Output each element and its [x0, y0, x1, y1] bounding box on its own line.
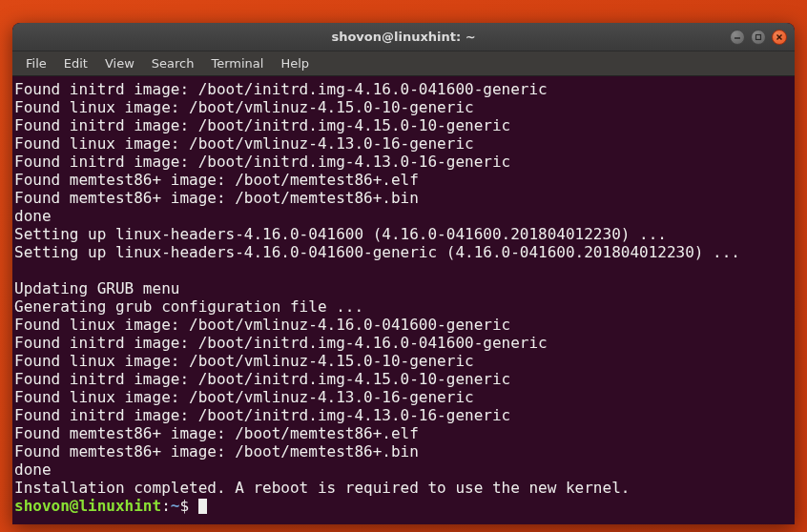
prompt-user-host: shovon@linuxhint	[14, 497, 161, 515]
output-line: Found linux image: /boot/vmlinuz-4.15.0-…	[14, 98, 474, 116]
output-line: Found memtest86+ image: /boot/memtest86+…	[14, 171, 419, 189]
menu-terminal[interactable]: Terminal	[203, 53, 271, 73]
minimize-button[interactable]	[730, 30, 745, 45]
close-button[interactable]	[772, 30, 787, 45]
output-line: Setting up linux-headers-4.16.0-041600 (…	[14, 225, 667, 243]
output-line: Found initrd image: /boot/initrd.img-4.1…	[14, 334, 548, 352]
prompt-path: ~	[171, 497, 180, 515]
titlebar[interactable]: shovon@linuxhint: ~	[12, 23, 795, 51]
output-line: Found initrd image: /boot/initrd.img-4.1…	[14, 153, 510, 171]
menubar: File Edit View Search Terminal Help	[12, 51, 795, 76]
output-line: Found memtest86+ image: /boot/memtest86+…	[14, 442, 419, 460]
output-line: Found initrd image: /boot/initrd.img-4.1…	[14, 116, 510, 134]
output-line: Found memtest86+ image: /boot/memtest86+…	[14, 189, 419, 207]
output-line: Found memtest86+ image: /boot/memtest86+…	[14, 424, 419, 442]
window-title: shovon@linuxhint: ~	[331, 30, 475, 44]
output-line: Installation completed. A reboot is requ…	[14, 479, 630, 497]
output-line: Updating GRUB menu	[14, 279, 179, 297]
window-controls	[730, 30, 787, 45]
menu-view[interactable]: View	[97, 53, 142, 73]
menu-help[interactable]: Help	[273, 53, 317, 73]
output-line: Found linux image: /boot/vmlinuz-4.13.0-…	[14, 134, 474, 153]
output-line: Setting up linux-headers-4.16.0-041600-g…	[14, 243, 740, 261]
menu-file[interactable]: File	[18, 53, 54, 73]
output-line: Generating grub configuration file ...	[14, 297, 363, 316]
menu-edit[interactable]: Edit	[56, 53, 95, 73]
maximize-button[interactable]	[751, 30, 766, 45]
prompt-colon: :	[161, 497, 171, 515]
svg-rect-1	[756, 34, 761, 39]
output-line: Found linux image: /boot/vmlinuz-4.16.0-…	[14, 316, 510, 334]
output-line: Found initrd image: /boot/initrd.img-4.1…	[14, 370, 510, 388]
prompt-symbol: $	[179, 497, 197, 515]
output-line: done	[14, 460, 52, 479]
cursor-icon	[198, 499, 207, 514]
output-line: done	[14, 207, 52, 225]
output-line: Found initrd image: /boot/initrd.img-4.1…	[14, 80, 548, 98]
terminal-window: shovon@linuxhint: ~ File Edit View Searc…	[12, 23, 795, 524]
output-line: Found linux image: /boot/vmlinuz-4.15.0-…	[14, 352, 474, 370]
output-line: Found linux image: /boot/vmlinuz-4.13.0-…	[14, 388, 474, 406]
terminal-output[interactable]: Found initrd image: /boot/initrd.img-4.1…	[12, 76, 795, 524]
menu-search[interactable]: Search	[144, 53, 202, 73]
output-line: Found initrd image: /boot/initrd.img-4.1…	[14, 406, 510, 424]
